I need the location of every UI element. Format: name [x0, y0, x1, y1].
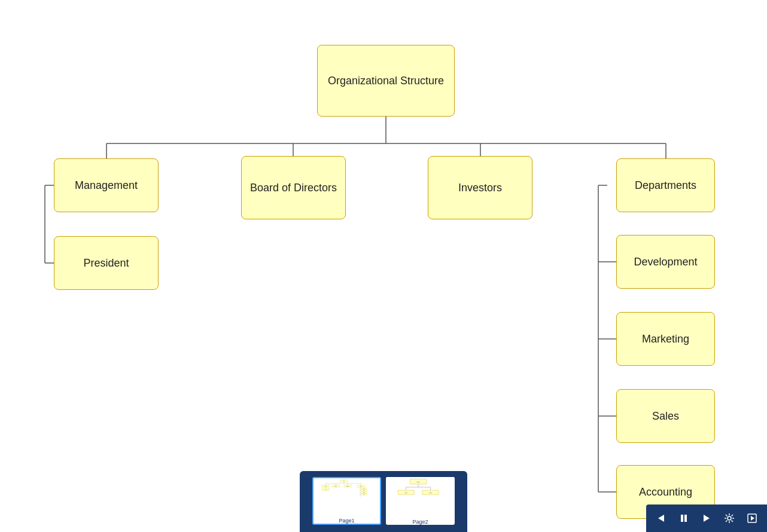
svg-marker-72 [751, 516, 754, 521]
node-sales[interactable]: Sales [616, 389, 715, 443]
node-development[interactable]: Development [616, 235, 715, 289]
page-navigator: Org Mgmt Pres Board In [300, 471, 467, 532]
svg-rect-59 [681, 515, 683, 522]
pause-button[interactable] [672, 507, 695, 530]
svg-text:Board: Board [335, 486, 337, 487]
settings-button[interactable] [718, 507, 741, 530]
page-1-label: Page1 [339, 518, 354, 524]
svg-line-70 [726, 521, 728, 522]
svg-line-68 [732, 521, 733, 522]
forward-button[interactable] [695, 507, 718, 530]
svg-text:Org: Org [343, 481, 345, 481]
back-button[interactable] [650, 507, 672, 530]
page-thumbnails: Org Mgmt Pres Board In [312, 477, 455, 525]
svg-point-62 [728, 516, 731, 520]
node-root[interactable]: Organizational Structure [317, 45, 455, 117]
toolbar [646, 505, 767, 532]
node-board[interactable]: Board of Directors [241, 156, 346, 219]
svg-text:Sub2: Sub2 [429, 492, 433, 494]
page-2-label: Page2 [412, 519, 428, 525]
svg-text:Node: Node [416, 481, 420, 483]
svg-line-69 [732, 515, 733, 516]
page-thumb-2[interactable]: Node Sub1 Sub2 Page2 [386, 477, 455, 525]
svg-marker-58 [658, 515, 664, 522]
page-thumb-1[interactable]: Org Mgmt Pres Board In [312, 477, 381, 525]
svg-marker-61 [704, 515, 710, 522]
svg-rect-60 [684, 515, 687, 522]
svg-line-67 [726, 515, 728, 516]
node-management[interactable]: Management [54, 158, 159, 212]
node-investors[interactable]: Investors [428, 156, 532, 219]
svg-text:Sub1: Sub1 [404, 492, 408, 494]
exit-button[interactable] [741, 507, 763, 530]
node-marketing[interactable]: Marketing [616, 312, 715, 366]
node-departments[interactable]: Departments [616, 158, 715, 212]
canvas: Organizational Structure Management Pres… [0, 0, 767, 532]
node-president[interactable]: President [54, 236, 159, 290]
